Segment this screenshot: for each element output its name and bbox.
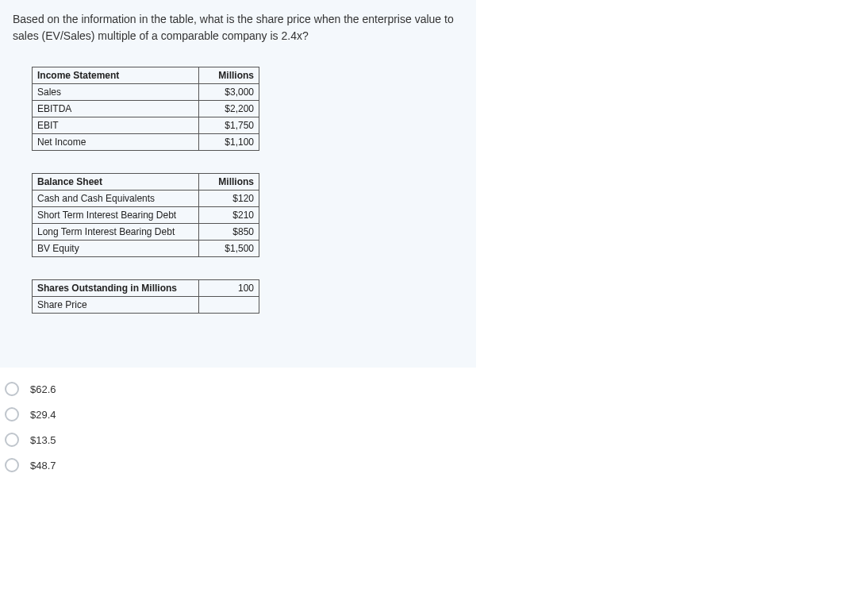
- answer-label: $29.4: [30, 409, 56, 421]
- row-label: Cash and Cash Equivalents: [33, 191, 199, 207]
- row-label: EBIT: [33, 117, 199, 134]
- table-row: Short Term Interest Bearing Debt $210: [33, 207, 259, 224]
- answer-options-group: $62.6 $29.4 $13.5 $48.7: [0, 368, 868, 498]
- row-value: $120: [199, 191, 259, 207]
- question-text: Based on the information in the table, w…: [13, 11, 463, 44]
- income-statement-table: Income Statement Millions Sales $3,000 E…: [32, 67, 259, 151]
- row-label: Long Term Interest Bearing Debt: [33, 224, 199, 241]
- row-value: $1,750: [199, 117, 259, 134]
- radio-icon: [5, 433, 19, 447]
- answer-label: $13.5: [30, 434, 56, 446]
- balance-sheet-table: Balance Sheet Millions Cash and Cash Equ…: [32, 173, 259, 257]
- radio-icon: [5, 458, 19, 472]
- answer-label: $48.7: [30, 460, 56, 472]
- row-label: Share Price: [33, 297, 199, 314]
- answer-option-4[interactable]: $48.7: [5, 458, 863, 472]
- table-row: EBITDA $2,200: [33, 101, 259, 117]
- table-row: EBIT $1,750: [33, 117, 259, 134]
- row-label: Net Income: [33, 134, 199, 151]
- question-block: Based on the information in the table, w…: [0, 0, 476, 368]
- table-row: Shares Outstanding in Millions 100: [33, 280, 259, 297]
- row-label: Shares Outstanding in Millions: [33, 280, 199, 297]
- row-value: $1,500: [199, 241, 259, 257]
- table-header-row: Income Statement Millions: [33, 67, 259, 84]
- answer-option-2[interactable]: $29.4: [5, 407, 863, 421]
- table-header-left: Balance Sheet: [33, 174, 199, 191]
- table-header-left: Income Statement: [33, 67, 199, 84]
- row-label: Short Term Interest Bearing Debt: [33, 207, 199, 224]
- radio-icon: [5, 382, 19, 396]
- row-value: $210: [199, 207, 259, 224]
- shares-table: Shares Outstanding in Millions 100 Share…: [32, 279, 259, 314]
- row-value: 100: [199, 280, 259, 297]
- table-row: Cash and Cash Equivalents $120: [33, 191, 259, 207]
- radio-icon: [5, 407, 19, 421]
- row-label: Sales: [33, 84, 199, 101]
- table-row: Net Income $1,100: [33, 134, 259, 151]
- table-header-right: Millions: [199, 174, 259, 191]
- table-header-right: Millions: [199, 67, 259, 84]
- answer-option-3[interactable]: $13.5: [5, 433, 863, 447]
- table-row: BV Equity $1,500: [33, 241, 259, 257]
- row-value: $3,000: [199, 84, 259, 101]
- row-value: $1,100: [199, 134, 259, 151]
- row-value: $850: [199, 224, 259, 241]
- table-row: Sales $3,000: [33, 84, 259, 101]
- row-label: EBITDA: [33, 101, 199, 117]
- table-row: Long Term Interest Bearing Debt $850: [33, 224, 259, 241]
- row-value: [199, 297, 259, 314]
- table-row: Share Price: [33, 297, 259, 314]
- row-value: $2,200: [199, 101, 259, 117]
- table-header-row: Balance Sheet Millions: [33, 174, 259, 191]
- row-label: BV Equity: [33, 241, 199, 257]
- answer-label: $62.6: [30, 383, 56, 395]
- answer-option-1[interactable]: $62.6: [5, 382, 863, 396]
